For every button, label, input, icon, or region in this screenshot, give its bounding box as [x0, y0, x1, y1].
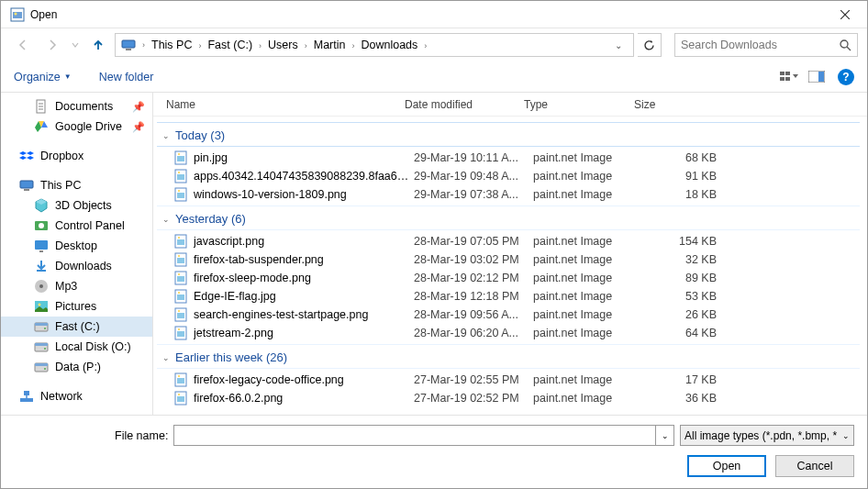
up-button[interactable]	[85, 32, 111, 58]
sidebar-item-3d-objects[interactable]: 3D Objects	[1, 195, 152, 216]
disk-icon	[34, 339, 49, 354]
view-options-button[interactable]	[775, 66, 803, 88]
organize-menu[interactable]: Organize ▼	[14, 71, 72, 83]
file-date: 28-Mar-19 09:56 A...	[414, 308, 533, 321]
sidebar-item-google-drive[interactable]: Google Drive📌	[1, 117, 152, 137]
chevron-right-icon: ›	[139, 40, 148, 50]
breadcrumb-part[interactable]: Downloads	[357, 39, 421, 51]
file-icon	[173, 234, 188, 249]
bottom-panel: File name: ⌄ All image types (*.pdn, *.b…	[1, 416, 867, 488]
window-title: Open	[30, 8, 827, 21]
filetype-select[interactable]: All image types (*.pdn, *.bmp, *⌄	[680, 425, 854, 446]
chevron-right-icon: ›	[302, 41, 310, 50]
refresh-button[interactable]	[638, 33, 662, 57]
svg-rect-20	[24, 189, 29, 191]
search-placeholder: Search Downloads	[681, 39, 777, 51]
file-list[interactable]: ⌄Today (3)pin.jpg29-Mar-19 10:11 A...pai…	[153, 117, 867, 415]
file-icon	[173, 169, 188, 183]
svg-rect-52	[177, 239, 184, 245]
help-button[interactable]: ?	[838, 69, 854, 85]
col-type[interactable]: Type	[524, 98, 634, 111]
file-row[interactable]: search-engines-test-startpage.png28-Mar-…	[157, 306, 860, 324]
sidebar-label: Fast (C:)	[55, 320, 100, 333]
chevron-down-icon: ⌄	[161, 353, 172, 362]
breadcrumb[interactable]: › This PC›Fast (C:)›Users›Martin›Downloa…	[115, 33, 634, 57]
group-header[interactable]: ⌄Today (3)	[157, 122, 860, 147]
file-row[interactable]: firefox-legacy-code-office.png27-Mar-19 …	[157, 371, 860, 389]
sidebar-item-documents[interactable]: Documents📌	[1, 96, 152, 117]
col-name[interactable]: Name	[166, 98, 405, 111]
breadcrumb-dropdown[interactable]: ⌄	[609, 40, 628, 50]
file-icon	[173, 307, 188, 322]
file-row[interactable]: apps.40342.14047435839088239.8faa635f-..…	[157, 167, 860, 185]
sidebar-item-this-pc[interactable]: This PC	[1, 175, 152, 195]
file-type: paint.net Image	[533, 327, 643, 339]
file-row[interactable]: firefox-66.0.2.png27-Mar-19 02:52 PMpain…	[157, 389, 860, 407]
file-icon	[173, 271, 188, 285]
group-header[interactable]: ⌄Earlier this week (26)	[157, 344, 860, 369]
sidebar-item-mp3[interactable]: Mp3	[1, 276, 152, 296]
filename-input[interactable]	[173, 425, 656, 446]
file-name: firefox-66.0.2.png	[194, 392, 414, 405]
file-name: firefox-legacy-code-office.png	[194, 373, 414, 386]
sidebar-label: Control Panel	[55, 219, 125, 232]
chevron-right-icon: ›	[421, 41, 429, 50]
sidebar-item-network[interactable]: Network	[1, 386, 152, 406]
sidebar[interactable]: Documents📌Google Drive📌DropboxThis PC3D …	[1, 93, 153, 415]
column-headers[interactable]: Name Date modified Type Size	[153, 93, 867, 117]
sidebar-item-desktop[interactable]: Desktop	[1, 236, 152, 256]
sidebar-item-local-disk-o-[interactable]: Local Disk (O:)	[1, 337, 152, 357]
svg-rect-37	[35, 363, 48, 366]
file-size: 154 KB	[643, 235, 717, 248]
group-header[interactable]: ⌄Yesterday (6)	[157, 206, 860, 230]
disk-icon	[34, 319, 49, 334]
open-button[interactable]: Open	[687, 455, 766, 477]
file-size: 32 KB	[643, 253, 717, 266]
file-type: paint.net Image	[533, 253, 643, 266]
new-folder-button[interactable]: New folder	[99, 71, 154, 83]
sidebar-item-downloads[interactable]: Downloads	[1, 256, 152, 276]
svg-point-62	[178, 292, 180, 294]
col-date[interactable]: Date modified	[405, 98, 524, 111]
breadcrumb-part[interactable]: Users	[264, 39, 302, 51]
sidebar-item-pictures[interactable]: Pictures	[1, 296, 152, 317]
sidebar-item-data-p-[interactable]: Data (P:)	[1, 357, 152, 377]
forward-button[interactable]	[39, 32, 65, 58]
file-row[interactable]: pin.jpg29-Mar-19 10:11 A...paint.net Ima…	[157, 149, 860, 167]
file-row[interactable]: firefox-tab-suspender.png28-Mar-19 03:02…	[157, 250, 860, 269]
breadcrumb-part[interactable]: Martin	[310, 39, 350, 51]
network-icon	[19, 389, 34, 404]
file-date: 27-Mar-19 02:55 PM	[414, 373, 533, 386]
col-size[interactable]: Size	[634, 98, 707, 111]
filename-dropdown[interactable]: ⌄	[656, 425, 674, 446]
body: Documents📌Google Drive📌DropboxThis PC3D …	[1, 93, 867, 416]
cancel-button[interactable]: Cancel	[775, 455, 854, 477]
preview-pane-button[interactable]	[803, 66, 830, 88]
file-type: paint.net Image	[533, 392, 643, 405]
downloads-icon	[34, 259, 49, 273]
breadcrumb-part[interactable]: Fast (C:)	[204, 39, 256, 51]
titlebar: Open	[1, 1, 867, 28]
back-button[interactable]	[10, 32, 36, 58]
file-row[interactable]: windows-10-version-1809.png29-Mar-19 07:…	[157, 185, 860, 204]
file-type: paint.net Image	[533, 170, 643, 183]
recent-dropdown[interactable]	[69, 32, 82, 58]
file-row[interactable]: Edge-IE-flag.jpg28-Mar-19 12:18 PMpaint.…	[157, 287, 860, 306]
svg-rect-43	[177, 156, 184, 161]
close-button[interactable]	[827, 1, 863, 28]
file-date: 28-Mar-19 02:12 PM	[414, 272, 533, 284]
sidebar-label: Documents	[55, 100, 113, 113]
svg-rect-12	[785, 77, 790, 81]
file-row[interactable]: jetstream-2.png28-Mar-19 06:20 A...paint…	[157, 324, 860, 342]
sidebar-item-dropbox[interactable]: Dropbox	[1, 146, 152, 166]
svg-rect-46	[177, 174, 184, 180]
svg-point-56	[178, 255, 180, 257]
file-row[interactable]: javascript.png28-Mar-19 07:05 PMpaint.ne…	[157, 232, 860, 250]
file-row[interactable]: firefox-sleep-mode.png28-Mar-19 02:12 PM…	[157, 269, 860, 287]
sidebar-label: Downloads	[55, 260, 112, 272]
sidebar-item-control-panel[interactable]: Control Panel	[1, 216, 152, 236]
sidebar-item-fast-c-[interactable]: Fast (C:)	[1, 317, 152, 337]
breadcrumb-part[interactable]: This PC	[148, 39, 195, 51]
search-input[interactable]: Search Downloads	[674, 33, 858, 57]
chevron-down-icon: ⌄	[161, 215, 172, 224]
